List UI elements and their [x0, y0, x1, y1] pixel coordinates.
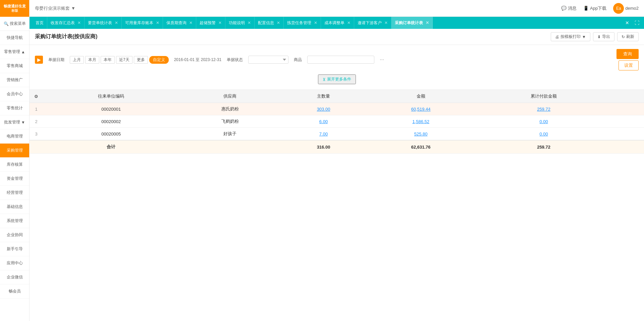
- app-download-btn[interactable]: 📱 App下载: [583, 5, 606, 11]
- col-settings: ⚙: [30, 90, 43, 103]
- row-paid-2[interactable]: 0.00: [476, 115, 612, 128]
- sidebar-item-app-center[interactable]: 应用中心: [0, 256, 29, 270]
- row-amount-3[interactable]: 525.80: [366, 128, 476, 141]
- row-amount-2[interactable]: 1,586.52: [366, 115, 476, 128]
- tab-close-icon[interactable]: ✕: [426, 20, 429, 25]
- status-select[interactable]: [248, 56, 288, 64]
- row-qty-2[interactable]: 6.00: [281, 115, 366, 128]
- export-button[interactable]: ⬇ 导出: [593, 32, 614, 41]
- col-supplier: 供应商: [179, 90, 281, 103]
- chevron-down-icon: ▲: [21, 50, 25, 54]
- expand-more-row: ⊻ 展开更多条件: [35, 73, 639, 86]
- tab-close-icon[interactable]: ✕: [77, 20, 81, 25]
- goods-input[interactable]: [307, 56, 374, 64]
- sidebar-item-corp-wechat[interactable]: 企业微信: [0, 270, 29, 284]
- tab-close-icon[interactable]: ✕: [156, 20, 159, 25]
- table-area: ⚙ 往来单位编码 供应商 主数量 金额 累计付款金额 1 00020001: [30, 90, 644, 321]
- tab-close-icon[interactable]: ✕: [277, 20, 280, 25]
- tab-invite-downstream[interactable]: 邀请下游客户 ✕: [354, 17, 391, 29]
- sidebar-item-member-center[interactable]: 会员中心: [0, 87, 29, 101]
- sidebar-item-retail-shop[interactable]: 零售商城: [0, 59, 29, 73]
- row-qty-1[interactable]: 303.00: [281, 103, 366, 115]
- sidebar-item-ops-mgmt[interactable]: 经营管理: [0, 186, 29, 200]
- sidebar-item-retail-mgmt[interactable]: 零售管理 ▲: [0, 45, 29, 59]
- row-code-1: 00020001: [43, 103, 179, 115]
- main-content: 母婴行业演示账套 ▼ 💬 消息 📱 App下载 Ea demo2 首页 收发存汇…: [30, 0, 644, 321]
- expand-more-button[interactable]: ⊻ 展开更多条件: [318, 74, 356, 84]
- sidebar-item-purchase-mgmt[interactable]: 采购管理: [0, 144, 29, 158]
- search-menu-button[interactable]: 🔍 搜索菜单: [2, 19, 28, 28]
- tab-close-icon[interactable]: ✕: [218, 20, 222, 25]
- row-extra-3: [612, 128, 644, 141]
- tab-purchase-order-stats[interactable]: 采购订单统计表 ✕: [391, 17, 433, 29]
- global-topbar: 母婴行业演示账套 ▼ 💬 消息 📱 App下载 Ea demo2: [30, 0, 644, 17]
- footer-amount: 62,631.76: [366, 140, 476, 154]
- sidebar-item-vip-member[interactable]: 畅会员: [0, 284, 29, 299]
- maximize-button[interactable]: ⛶: [633, 19, 641, 26]
- tab-shelf-task[interactable]: 拣货任务管理 ✕: [284, 17, 321, 29]
- close-tab-button[interactable]: ✕: [623, 19, 631, 26]
- message-btn[interactable]: 💬 消息: [561, 5, 577, 11]
- search-icon: 🔍: [4, 21, 9, 26]
- sidebar-item-wholesale-mgmt[interactable]: 批发管理 ▼: [0, 115, 29, 129]
- sidebar-item-inventory[interactable]: 库存核算: [0, 158, 29, 172]
- filter-toggle-button[interactable]: ▶: [35, 56, 43, 64]
- tab-close-icon[interactable]: ✕: [248, 20, 251, 25]
- sidebar-item-retail-stats[interactable]: 零售统计: [0, 101, 29, 115]
- goods-more-icon[interactable]: ···: [380, 57, 384, 63]
- tab-close-icon[interactable]: ✕: [189, 20, 193, 25]
- sidebar-item-basic-info[interactable]: 基础信息: [0, 200, 29, 214]
- last-month-btn[interactable]: 上月: [70, 56, 84, 64]
- refresh-button[interactable]: ↻ 刷新: [617, 32, 639, 41]
- row-paid-1[interactable]: 259.72: [476, 103, 612, 115]
- print-icon: 🖨: [555, 35, 559, 39]
- sidebar-item-sys-mgmt[interactable]: 系统管理: [0, 214, 29, 228]
- tab-available-inv[interactable]: 可用量库存账本 ✕: [122, 17, 163, 29]
- row-paid-3[interactable]: 0.00: [476, 128, 612, 141]
- last-7days-btn[interactable]: 近7天: [116, 56, 132, 64]
- table-footer: 合计 316.00 62,631.76 259.72: [30, 140, 644, 154]
- sidebar-item-new-guide[interactable]: 新手引导: [0, 242, 29, 256]
- tab-overstock-alert[interactable]: 超储预警 ✕: [196, 17, 225, 29]
- tab-close-icon[interactable]: ✕: [314, 20, 317, 25]
- more-date-btn[interactable]: 更多: [134, 56, 148, 64]
- tab-close-icon[interactable]: ✕: [347, 20, 351, 25]
- avatar: Ea: [613, 3, 624, 14]
- sidebar-search[interactable]: 🔍 搜索菜单: [0, 17, 29, 31]
- tab-receive-send[interactable]: 收发存汇总表 ✕: [47, 17, 85, 29]
- row-supplier-2: 飞鹤奶粉: [179, 115, 281, 128]
- footer-row: 合计 316.00 62,631.76 259.72: [30, 140, 644, 154]
- chevron-down-icon: ▼: [71, 6, 75, 11]
- store-selector[interactable]: 母婴行业演示账套 ▼: [35, 5, 75, 11]
- sidebar-item-ecommerce[interactable]: 电商管理: [0, 129, 29, 144]
- footer-empty-1: [30, 140, 43, 154]
- row-extra-2: [612, 115, 644, 128]
- tab-home[interactable]: 首页: [32, 17, 47, 29]
- goods-filter-label: 商品: [294, 57, 302, 63]
- search-button[interactable]: 查询: [616, 49, 639, 59]
- row-amount-1[interactable]: 60,519.44: [366, 103, 476, 115]
- tab-expiry-query[interactable]: 保质期查询 ✕: [163, 17, 196, 29]
- row-qty-3[interactable]: 7.00: [281, 128, 366, 141]
- sidebar-item-corp-collab[interactable]: 企业协同: [0, 228, 29, 242]
- page-headerbar: 采购订单统计表(按供应商) 🖨 按模板打印 ▼ ⬇ 导出 ↻ 刷新: [30, 29, 644, 45]
- sidebar-item-quick-nav[interactable]: 快捷导航: [0, 31, 29, 45]
- table-header-row: ⚙ 往来单位编码 供应商 主数量 金额 累计付款金额: [30, 90, 644, 103]
- this-month-btn[interactable]: 本月: [85, 56, 99, 64]
- template-print-button[interactable]: 🖨 按模板打印 ▼: [551, 32, 590, 41]
- sidebar-item-marketing[interactable]: 营销推广: [0, 73, 29, 87]
- tab-close-icon[interactable]: ✕: [115, 20, 118, 25]
- footer-qty: 316.00: [281, 140, 366, 154]
- sidebar-item-finance[interactable]: 资金管理: [0, 172, 29, 186]
- settings-button[interactable]: 设置: [619, 60, 639, 70]
- this-year-btn[interactable]: 本年: [101, 56, 115, 64]
- settings-icon[interactable]: ⚙: [34, 94, 38, 99]
- tab-order-stats[interactable]: 要货单统计表 ✕: [85, 17, 122, 29]
- tab-config-info[interactable]: 配置信息 ✕: [255, 17, 284, 29]
- tab-close-icon[interactable]: ✕: [384, 20, 388, 25]
- custom-date-btn[interactable]: 自定义: [149, 56, 169, 64]
- user-account[interactable]: Ea demo2: [613, 3, 639, 14]
- tab-func-desc[interactable]: 功能说明 ✕: [225, 17, 255, 29]
- tab-cost-adjust[interactable]: 成本调整单 ✕: [321, 17, 354, 29]
- chevron-down-icon: ▼: [21, 120, 25, 125]
